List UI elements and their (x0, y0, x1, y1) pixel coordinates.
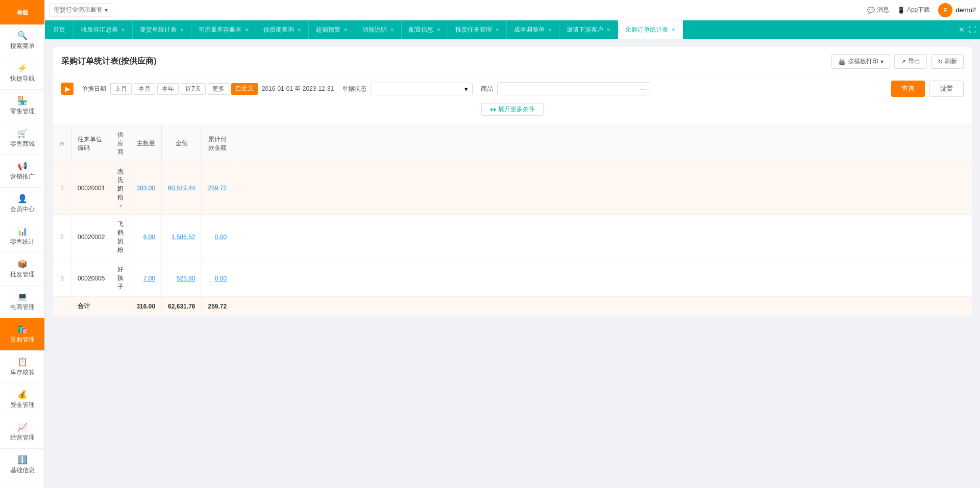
tab-invite[interactable]: 邀请下游客户✕ (559, 20, 618, 39)
close-tab-btn[interactable]: ✕ (959, 25, 965, 34)
tab-overstock[interactable]: 超储预警✕ (309, 20, 355, 39)
page-title: 采购订单统计表(按供应商) (61, 56, 157, 67)
tab-label-home: 首页 (53, 25, 65, 34)
tab-bar-end: ✕ ⛶ (954, 20, 980, 39)
sidebar-item-member[interactable]: 👤会员中心 (0, 188, 44, 220)
sidebar-item-marketing[interactable]: 📢营销推广 (0, 155, 44, 188)
th-code: 往来单位编码 (71, 125, 111, 162)
export-button[interactable]: ↗ 导出 (894, 54, 927, 69)
sidebar-item-retail_stat[interactable]: 📊零售统计 (0, 220, 44, 253)
tab-collect[interactable]: 收发存汇总表✕ (74, 20, 133, 39)
tab-func_desc[interactable]: 功能说明✕ (355, 20, 402, 39)
refresh-button[interactable]: ↻ 刷新 (931, 54, 964, 69)
tab-inventory[interactable]: 可用量库存账本✕ (191, 20, 256, 39)
table-row[interactable]: 2 00020002 飞鹤奶粉 6.00 1,586.52 0.00 (53, 215, 972, 260)
tab-label-cost_adj: 成本调整单 (514, 25, 545, 34)
table-area: ⚙ 往来单位编码 供应商 主数量 金额 累计付款金额 1 00020001 惠氏… (53, 125, 972, 316)
user-menu[interactable]: E demo2 (938, 3, 976, 17)
tab-expiry[interactable]: 保质期查询✕ (256, 20, 309, 39)
tab-close-purchase_order[interactable]: ✕ (671, 27, 675, 33)
tab-label-task: 拣货任务管理 (455, 25, 492, 34)
sidebar-item-retail[interactable]: 🏪零售管理 (0, 90, 44, 122)
tab-close-inventory[interactable]: ✕ (244, 27, 249, 33)
quick_nav-icon: ⚡ (17, 63, 28, 73)
td-extra-2 (233, 260, 972, 297)
sidebar-item-sys_mgmt[interactable]: ⚙️系统管理 (0, 481, 44, 488)
tab-label-invite: 邀请下游客户 (567, 25, 603, 34)
tab-close-func_desc[interactable]: ✕ (390, 27, 394, 33)
td-no-2: 3 (53, 260, 71, 297)
template-print-label: 按模板打印 (848, 57, 878, 66)
top-nav: 母婴行业演示账套 ▾ 💬 消息 📱 App下载 E demo2 (45, 0, 980, 20)
date-btn-this-month[interactable]: 本月 (134, 83, 155, 95)
td-code-1: 00020002 (71, 215, 111, 260)
tab-close-invite[interactable]: ✕ (606, 27, 610, 33)
sidebar-item-label: 经营管理 (10, 433, 35, 442)
sidebar-item-search[interactable]: 🔍搜索菜单 (0, 24, 44, 57)
tab-label-config: 配置信息 (409, 25, 433, 34)
tab-close-cost_adj[interactable]: ✕ (548, 27, 552, 33)
sidebar: 标题 🔍搜索菜单⚡快捷导航🏪零售管理🛒零售商城📢营销推广👤会员中心📊零售统计📦批… (0, 0, 45, 488)
tab-label-func_desc: 功能说明 (362, 25, 387, 34)
query-button[interactable]: 查询 (891, 81, 925, 97)
tab-close-expiry[interactable]: ✕ (297, 27, 301, 33)
goods-input-dots[interactable]: ··· (640, 85, 646, 93)
sidebar-item-label: 快捷导航 (10, 74, 35, 83)
sidebar-item-ecom[interactable]: 💻电商管理 (0, 286, 44, 318)
app-download-link[interactable]: 📱 App下载 (897, 6, 930, 14)
tab-close-config[interactable]: ✕ (436, 27, 440, 33)
tab-label-overstock: 超储预警 (316, 25, 340, 34)
expand-more-button[interactable]: ▾▾ 展开更多条件 (481, 103, 544, 116)
sidebar-item-inventory_check[interactable]: 📋库存核算 (0, 351, 44, 383)
td-amount-2: 525.80 (162, 260, 202, 297)
sidebar-item-wholesale[interactable]: 📦批发管理 (0, 253, 44, 286)
message-link[interactable]: 💬 消息 (867, 6, 889, 14)
top-nav-left: 母婴行业演示账套 ▾ (49, 3, 112, 17)
sidebar-item-quick_nav[interactable]: ⚡快捷导航 (0, 57, 44, 90)
table-row[interactable]: 1 00020001 惠氏奶粉▾ 303.00 60,519.44 259.72 (53, 162, 972, 215)
sidebar-item-finance[interactable]: 💰资金管理 (0, 383, 44, 416)
td-no-0: 1 (53, 162, 71, 215)
tab-label-inventory: 可用量库存账本 (199, 25, 241, 34)
sidebar-item-purchase[interactable]: 🛍️采购管理 (0, 318, 44, 351)
td-supplier-2: 好孩子 (111, 260, 130, 297)
th-settings[interactable]: ⚙ (53, 125, 71, 162)
tab-label-collect: 收发存汇总表 (81, 25, 118, 34)
tab-task[interactable]: 拣货任务管理✕ (448, 20, 507, 39)
breadcrumb-dropdown[interactable]: 母婴行业演示账套 ▾ (49, 3, 112, 17)
date-btn-more[interactable]: 更多 (208, 83, 229, 95)
date-btn-this-year[interactable]: 本年 (157, 83, 179, 95)
footer-empty2 (111, 297, 130, 316)
sidebar-item-basic_info[interactable]: ℹ️基础信息 (0, 449, 44, 481)
tab-purchase_stat[interactable]: 要货单统计表✕ (133, 20, 191, 39)
tab-close-overstock[interactable]: ✕ (344, 27, 348, 33)
settings-button[interactable]: 设置 (929, 81, 964, 97)
td-amount-0: 60,519.44 (162, 162, 202, 215)
refresh-label: 刷新 (945, 57, 957, 66)
basic_info-icon: ℹ️ (17, 455, 28, 465)
footer-paid: 259.72 (202, 297, 233, 316)
filter-row: ▶ 单据日期 上月 本月 本年 近7天 更多 自定义 2016-01-01 至 … (61, 81, 964, 97)
retail_store-icon: 🛒 (17, 129, 28, 138)
filter-toggle-btn[interactable]: ▶ (61, 83, 74, 95)
tab-close-purchase_stat[interactable]: ✕ (180, 27, 184, 33)
tab-config[interactable]: 配置信息✕ (402, 20, 448, 39)
retail_stat-icon: 📊 (17, 226, 28, 236)
sidebar-item-retail_store[interactable]: 🛒零售商城 (0, 122, 44, 155)
goods-input[interactable]: ··· (497, 82, 650, 95)
status-select[interactable]: ▾ (371, 83, 473, 95)
date-btn-7days[interactable]: 近7天 (181, 83, 206, 95)
tab-cost_adj[interactable]: 成本调整单✕ (507, 20, 559, 39)
maximize-tab-btn[interactable]: ⛶ (969, 25, 976, 34)
date-btn-last-month[interactable]: 上月 (110, 83, 132, 95)
tab-home[interactable]: 首页 (45, 20, 74, 39)
sidebar-item-operations[interactable]: 📈经营管理 (0, 416, 44, 449)
sidebar-item-label: 库存核算 (10, 368, 35, 377)
tab-close-task[interactable]: ✕ (495, 27, 499, 33)
sidebar-item-label: 批发管理 (10, 270, 35, 279)
tab-purchase_order[interactable]: 采购订单统计表✕ (618, 20, 683, 39)
table-row[interactable]: 3 00020005 好孩子 7.00 525.80 0.00 (53, 260, 972, 297)
template-print-button[interactable]: 🖨️ 按模板打印 ▾ (831, 54, 890, 69)
tab-close-collect[interactable]: ✕ (121, 27, 125, 33)
wholesale-icon: 📦 (17, 259, 28, 269)
